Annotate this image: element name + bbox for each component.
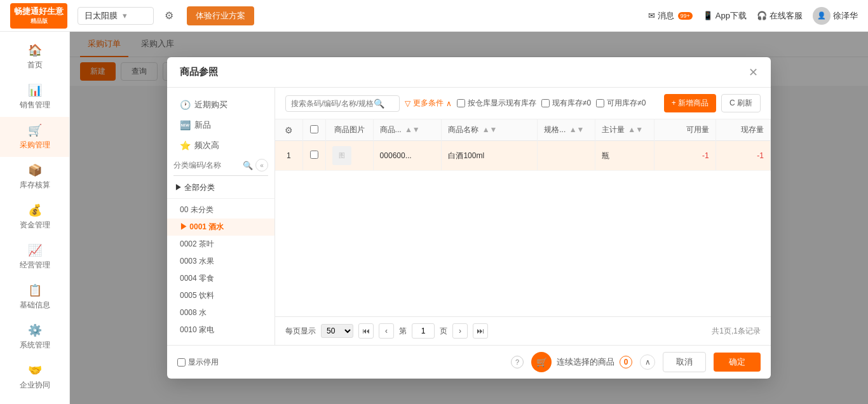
app-download-nav-item[interactable]: 📱 App下载 xyxy=(703,10,747,22)
first-page-btn[interactable]: ⏮ xyxy=(358,323,374,339)
sidebar-item-basics[interactable]: 📋 基础信息 xyxy=(0,277,69,317)
checkbox-available-stock[interactable] xyxy=(596,99,604,107)
sidebar-item-finance[interactable]: 💰 资金管理 xyxy=(0,197,69,237)
message-icon: ✉ xyxy=(648,11,655,20)
sidebar-item-guide[interactable]: 🎯 新手引导 xyxy=(0,397,69,404)
cat-unclassified[interactable]: 00 未分类 xyxy=(167,201,275,219)
store-selector[interactable]: 日太阳膜 ▾ xyxy=(78,7,154,25)
sidebar-label-inventory: 库存核算 xyxy=(20,180,50,191)
headphone-icon: 🎧 xyxy=(757,11,767,20)
prev-page-btn[interactable]: ‹ xyxy=(379,323,394,339)
page-size-select[interactable]: 50 100 200 xyxy=(321,324,353,338)
sort-spec-icon: ▲▼ xyxy=(569,125,585,134)
sidebar-label-home: 首页 xyxy=(27,60,43,71)
check-available-stock-label: 可用库存≠0 xyxy=(607,98,646,109)
cell-checkbox xyxy=(302,141,326,171)
table-row[interactable]: 1 图 000600... 白酒100ml xyxy=(275,141,771,171)
cat-fruit[interactable]: 0003 水果 xyxy=(167,253,275,270)
settings-icon[interactable]: ⚙ xyxy=(159,6,179,26)
filter-expand-icon: ∧ xyxy=(446,99,452,108)
sidebar-item-home[interactable]: 🏠 首页 xyxy=(0,37,69,77)
sidebar-label-basics: 基础信息 xyxy=(20,300,50,311)
cat-tea[interactable]: 0002 茶叶 xyxy=(167,236,275,253)
checkbox-has-stock[interactable] xyxy=(541,99,550,107)
th-product-image: 商品图片 xyxy=(326,119,373,141)
search-icon[interactable]: 🔍 xyxy=(374,98,384,109)
th-product-image-label: 商品图片 xyxy=(334,125,365,134)
cat-all[interactable]: ▶ 全部分类 xyxy=(167,180,275,196)
sidebar-item-purchase[interactable]: 🛒 采购管理 xyxy=(0,117,69,157)
cat-liquor[interactable]: ▶ 0001 酒水 xyxy=(167,219,275,236)
sidebar-item-inventory[interactable]: 📦 库存核算 xyxy=(0,157,69,197)
modal-overlay: 商品参照 ✕ 🕐 近期购买 🆕 新品 xyxy=(70,32,868,404)
trial-button[interactable]: 体验行业方案 xyxy=(187,6,254,25)
sidebar-item-collab[interactable]: 🤝 企业协同 xyxy=(0,357,69,397)
page-number-input[interactable] xyxy=(412,323,435,339)
cell-name: 白酒100ml xyxy=(442,141,538,171)
th-product-code[interactable]: 商品... ▲▼ xyxy=(373,119,442,141)
collapse-cart-btn[interactable]: ∧ xyxy=(640,354,655,370)
check-available-stock[interactable]: 可用库存≠0 xyxy=(596,98,646,109)
row-checkbox[interactable] xyxy=(310,151,318,159)
navbar-right: ✉ 消息 99+ 📱 App下载 🎧 在线客服 👤 徐泽华 xyxy=(648,7,858,25)
messages-nav-item[interactable]: ✉ 消息 99+ xyxy=(648,10,693,22)
check-has-stock[interactable]: 现有库存≠0 xyxy=(541,98,591,109)
category-search-input[interactable] xyxy=(173,161,243,170)
th-product-name[interactable]: 商品名称 ▲▼ xyxy=(442,119,538,141)
refresh-button[interactable]: C 刷新 xyxy=(721,94,761,112)
cat-drinks[interactable]: 0005 饮料 xyxy=(167,287,275,304)
sales-icon: 📊 xyxy=(28,83,42,97)
username: 徐泽华 xyxy=(833,10,858,22)
cat-water[interactable]: 0008 水 xyxy=(167,304,275,321)
th-product-code-label: 商品... xyxy=(380,125,402,134)
quick-item-recent[interactable]: 🕐 近期购买 xyxy=(172,95,269,114)
help-icon[interactable]: ? xyxy=(511,356,524,368)
confirm-button[interactable]: 确定 xyxy=(714,353,761,372)
collapse-sidebar-btn[interactable]: « xyxy=(255,159,268,172)
show-disabled-checkbox[interactable] xyxy=(177,358,186,367)
page-unit-label: 页 xyxy=(440,326,447,337)
modal-close-button[interactable]: ✕ xyxy=(749,67,758,78)
cat-appliances[interactable]: 0010 家电 xyxy=(167,321,275,339)
sidebar-label-collab: 企业协同 xyxy=(20,380,50,391)
modal-title: 商品参照 xyxy=(180,66,218,78)
user-nav-item[interactable]: 👤 徐泽华 xyxy=(813,7,858,25)
quick-item-frequent[interactable]: ⭐ 频次高 xyxy=(172,136,269,155)
category-search-icon[interactable]: 🔍 xyxy=(243,161,253,170)
th-product-name-label: 商品名称 xyxy=(448,125,478,134)
product-table: ⚙ 商品图片 xyxy=(275,119,771,171)
sidebar-item-operations[interactable]: 📈 经营管理 xyxy=(0,237,69,277)
collab-icon: 🤝 xyxy=(28,363,42,377)
sidebar-item-system[interactable]: ⚙️ 系统管理 xyxy=(0,317,69,357)
sort-code-icon: ▲▼ xyxy=(405,125,420,134)
check-warehouse-stock[interactable]: 按仓库显示现有库存 xyxy=(457,98,536,109)
quick-item-new[interactable]: 🆕 新品 xyxy=(172,116,269,135)
chevron-down-icon: ▾ xyxy=(123,11,127,20)
th-spec[interactable]: 规格... ▲▼ xyxy=(538,119,595,141)
sidebar-label-sales: 销售管理 xyxy=(20,100,50,111)
cancel-button[interactable]: 取消 xyxy=(663,352,706,372)
table-settings-icon[interactable]: ⚙ xyxy=(285,125,293,135)
select-all-checkbox[interactable] xyxy=(310,125,318,133)
online-service-nav-item[interactable]: 🎧 在线客服 xyxy=(757,10,803,22)
sort-unit-icon: ▲▼ xyxy=(628,125,643,134)
cat-snacks[interactable]: 0004 零食 xyxy=(167,270,275,287)
th-unit[interactable]: 主计量 ▲▼ xyxy=(595,119,654,141)
add-product-button[interactable]: + 新增商品 xyxy=(664,94,716,112)
main-layout: 🏠 首页 📊 销售管理 🛒 采购管理 📦 库存核算 💰 资金管理 📈 经营管理 … xyxy=(0,32,868,404)
app-logo[interactable]: 畅捷通好生意 精品版 xyxy=(10,3,67,29)
toolbar-right: + 新增商品 C 刷新 xyxy=(664,94,761,112)
checkbox-warehouse-stock[interactable] xyxy=(457,99,465,107)
th-available: 可用量 xyxy=(654,119,715,141)
cart-icon: 🛒 xyxy=(531,352,552,372)
more-filter-button[interactable]: ▽ 更多条件 ∧ xyxy=(405,98,452,109)
avatar: 👤 xyxy=(813,7,831,25)
sidebar-item-sales[interactable]: 📊 销售管理 xyxy=(0,77,69,117)
app-download-label: App下载 xyxy=(715,10,747,22)
product-search-input[interactable] xyxy=(291,99,374,108)
cell-available: -1 xyxy=(654,141,715,171)
show-disabled-label[interactable]: 显示停用 xyxy=(177,357,219,368)
next-page-btn[interactable]: › xyxy=(452,323,468,339)
th-settings: ⚙ xyxy=(275,119,302,141)
last-page-btn[interactable]: ⏭ xyxy=(473,323,488,339)
